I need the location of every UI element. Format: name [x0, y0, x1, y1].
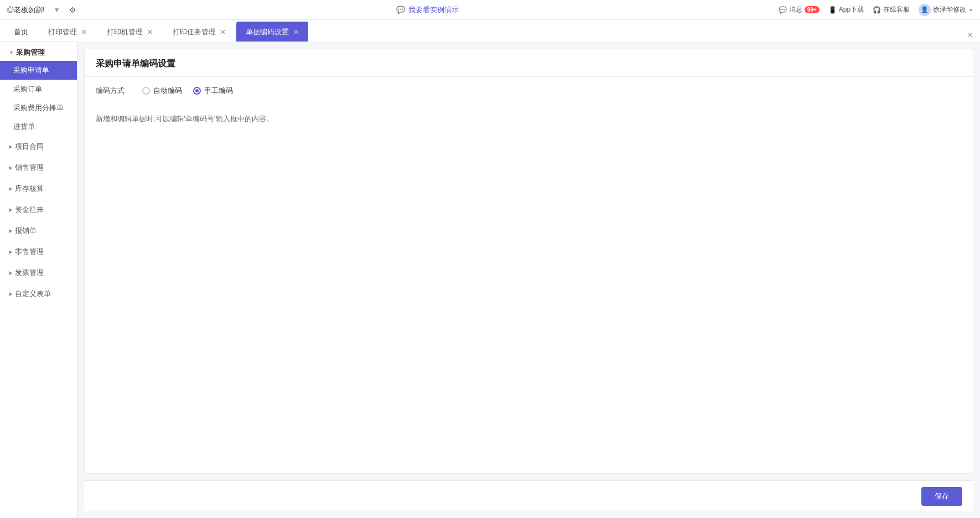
- sidebar-label-inventory-calc: 库存核算: [15, 184, 44, 194]
- tab-bill-encode-settings[interactable]: 单据编码设置 ✕: [236, 22, 308, 42]
- content-inner: 采购申请单编码设置 编码方式 自动编码 手工编码: [84, 49, 973, 474]
- headset-icon: 🎧: [873, 6, 881, 14]
- radio-label-auto: 自动编码: [153, 86, 182, 96]
- brand-label: ◎老板勿割!: [7, 5, 45, 15]
- radio-option-auto[interactable]: 自动编码: [142, 86, 182, 96]
- sidebar-label-fund-flow: 资金往来: [15, 205, 44, 215]
- sidebar-item-label-stock-in: 进货单: [13, 122, 35, 131]
- sidebar-item-sales-mgmt[interactable]: ▶ 销售管理: [0, 157, 77, 178]
- tab-print-task-mgmt-label: 打印任务管理: [173, 27, 216, 37]
- top-bar-left: ◎老板勿割! ▼ ⚙: [7, 5, 76, 15]
- encode-row: 编码方式 自动编码 手工编码: [96, 86, 962, 96]
- tab-printer-mgmt-close[interactable]: ✕: [147, 28, 153, 36]
- main-layout: ▼ 采购管理 采购申请单 采购订单 采购费用分摊单 进货单 ▶ 项目合同 ▶ 销…: [0, 42, 980, 518]
- sidebar-item-label-purchase-request: 采购申请单: [13, 66, 49, 74]
- sidebar-item-stock-in[interactable]: 进货单: [0, 117, 77, 136]
- sidebar-expand-icon: ▼: [9, 50, 14, 55]
- save-button[interactable]: 保存: [921, 487, 962, 506]
- tab-bill-encode-settings-close[interactable]: ✕: [293, 28, 299, 36]
- content-header: 采购申请单编码设置: [85, 49, 973, 77]
- page-title: 采购申请单编码设置: [96, 59, 175, 68]
- sidebar-label-invoice-mgmt: 发票管理: [15, 268, 44, 278]
- demo-text[interactable]: 我要看实例演示: [408, 5, 459, 15]
- sidebar-item-retail-mgmt[interactable]: ▶ 零售管理: [0, 241, 77, 262]
- tab-print-task-mgmt-close[interactable]: ✕: [220, 28, 226, 36]
- chat-icon: 💬: [396, 6, 405, 14]
- sidebar-item-label-purchase-expense: 采购费用分摊单: [13, 103, 64, 112]
- tab-bar: 首页 打印管理 ✕ 打印机管理 ✕ 打印任务管理 ✕ 单据编码设置 ✕ ✕: [0, 20, 980, 42]
- sidebar-item-sales-return[interactable]: ▶ 报销单: [0, 220, 77, 241]
- tab-printer-mgmt-label: 打印机管理: [107, 27, 143, 37]
- content-spacer: [85, 133, 973, 473]
- sidebar-collapse-icon-sales: ▶: [9, 165, 13, 170]
- sidebar-collapse-icon-retail: ▶: [9, 249, 13, 255]
- sidebar-item-label-purchase-order: 采购订单: [13, 85, 42, 93]
- sidebar-group-purchase-mgmt: ▼ 采购管理 采购申请单 采购订单 采购费用分摊单 进货单: [0, 42, 77, 136]
- sidebar-item-purchase-request[interactable]: 采购申请单: [0, 61, 77, 80]
- tab-print-mgmt-close[interactable]: ✕: [81, 28, 87, 36]
- sidebar-label-retail-mgmt: 零售管理: [15, 247, 44, 257]
- sidebar-collapse-icon-inventory: ▶: [9, 186, 13, 191]
- content-area: 采购申请单编码设置 编码方式 自动编码 手工编码: [77, 42, 980, 518]
- bell-icon: 💬: [779, 6, 787, 14]
- sidebar-label-custom-form: 自定义表单: [15, 289, 51, 299]
- sidebar-label-project-contract: 项目合同: [15, 142, 44, 152]
- message-badge: 99+: [805, 6, 820, 13]
- sidebar-item-purchase-expense[interactable]: 采购费用分摊单: [0, 99, 77, 117]
- radio-label-manual: 手工编码: [204, 86, 233, 96]
- sidebar-collapse-icon-return: ▶: [9, 228, 13, 234]
- sidebar-collapse-icon-fund: ▶: [9, 207, 13, 213]
- tab-home-label: 首页: [14, 27, 28, 37]
- message-item[interactable]: 💬 消息 99+: [779, 5, 820, 14]
- sidebar: ▼ 采购管理 采购申请单 采购订单 采购费用分摊单 进货单 ▶ 项目合同 ▶ 销…: [0, 42, 77, 518]
- info-text: 新增和编辑单据时,可以编辑'单编码号'输入框中的内容。: [85, 105, 973, 133]
- tab-bill-encode-settings-label: 单据编码设置: [246, 27, 289, 37]
- sidebar-item-inventory-calc[interactable]: ▶ 库存核算: [0, 178, 77, 199]
- tab-print-mgmt-label: 打印管理: [48, 27, 77, 37]
- app-download-label: App下载: [839, 5, 864, 14]
- sidebar-collapse-icon-custom: ▶: [9, 291, 13, 297]
- sidebar-collapse-icon-project: ▶: [9, 144, 13, 149]
- tab-print-task-mgmt[interactable]: 打印任务管理 ✕: [163, 22, 235, 42]
- phone-icon: 📱: [828, 6, 837, 14]
- tab-printer-mgmt[interactable]: 打印机管理 ✕: [97, 22, 162, 42]
- user-name-label: 徐泽华修改: [933, 5, 966, 14]
- top-bar-right: 💬 消息 99+ 📱 App下载 🎧 在线客服 👤 徐泽华修改 ▼: [779, 4, 973, 16]
- tab-print-mgmt[interactable]: 打印管理 ✕: [39, 22, 96, 42]
- sidebar-group-title-purchase-mgmt[interactable]: ▼ 采购管理: [0, 42, 77, 61]
- encode-label: 编码方式: [96, 86, 129, 96]
- sidebar-label-sales-mgmt: 销售管理: [15, 163, 44, 173]
- chevron-down-icon[interactable]: ▼: [54, 6, 60, 14]
- top-bar-center: 💬 我要看实例演示: [396, 5, 459, 15]
- online-service-label: 在线客服: [883, 5, 910, 14]
- user-chevron-icon: ▼: [968, 7, 973, 13]
- radio-option-manual[interactable]: 手工编码: [193, 86, 233, 96]
- user-profile-item[interactable]: 👤 徐泽华修改 ▼: [919, 4, 973, 16]
- user-avatar-icon: 👤: [919, 4, 931, 16]
- tab-home[interactable]: 首页: [4, 22, 38, 42]
- sidebar-group-label-purchase-mgmt: 采购管理: [16, 48, 45, 58]
- message-label: 消息: [789, 5, 802, 14]
- sidebar-item-fund-flow[interactable]: ▶ 资金往来: [0, 199, 77, 220]
- encode-section: 编码方式 自动编码 手工编码: [85, 77, 973, 105]
- top-bar: ◎老板勿割! ▼ ⚙ 💬 我要看实例演示 💬 消息 99+ 📱 App下载 🎧 …: [0, 0, 980, 20]
- radio-group: 自动编码 手工编码: [142, 86, 233, 96]
- sidebar-collapse-icon-invoice: ▶: [9, 270, 13, 276]
- radio-circle-manual: [193, 87, 201, 95]
- online-service-item[interactable]: 🎧 在线客服: [873, 5, 910, 14]
- app-download-item[interactable]: 📱 App下载: [828, 5, 864, 14]
- sidebar-item-purchase-order[interactable]: 采购订单: [0, 80, 77, 99]
- tab-close-all-button[interactable]: ✕: [965, 29, 976, 42]
- sidebar-label-sales-return: 报销单: [15, 226, 37, 236]
- settings-icon[interactable]: ⚙: [69, 6, 76, 14]
- bottom-bar: 保存: [84, 480, 973, 511]
- radio-circle-auto: [142, 87, 150, 95]
- sidebar-item-project-contract[interactable]: ▶ 项目合同: [0, 136, 77, 157]
- sidebar-item-invoice-mgmt[interactable]: ▶ 发票管理: [0, 262, 77, 283]
- sidebar-item-custom-form[interactable]: ▶ 自定义表单: [0, 283, 77, 304]
